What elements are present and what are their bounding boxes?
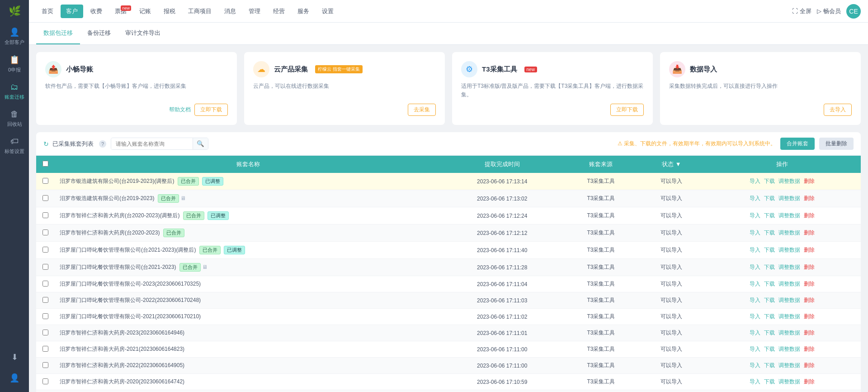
xiaochang-download-btn[interactable]: 立即下载 <box>194 104 228 116</box>
row-checkbox[interactable] <box>42 297 48 303</box>
fullscreen-button[interactable]: ⛶ 全屏 <box>792 7 811 15</box>
cloud-collect-btn[interactable]: 去采集 <box>408 104 436 116</box>
action-调整数据[interactable]: 调整数据 <box>778 346 800 352</box>
row-checkbox[interactable] <box>42 264 48 270</box>
action-调整数据[interactable]: 调整数据 <box>778 378 800 385</box>
action-下载[interactable]: 下载 <box>764 378 775 385</box>
action-下载[interactable]: 下载 <box>764 195 775 201</box>
action-调整数据[interactable]: 调整数据 <box>778 297 800 303</box>
action-下载[interactable]: 下载 <box>764 297 775 303</box>
action-导入[interactable]: 导入 <box>750 346 760 352</box>
action-下载[interactable]: 下载 <box>764 212 775 219</box>
row-checkbox[interactable] <box>42 378 48 384</box>
action-导入[interactable]: 导入 <box>750 281 760 287</box>
action-删除[interactable]: 删除 <box>804 229 815 236</box>
action-调整数据[interactable]: 调整数据 <box>778 178 800 184</box>
t3-download-btn[interactable]: 立即下载 <box>610 104 644 116</box>
action-导入[interactable]: 导入 <box>750 212 760 219</box>
row-checkbox[interactable] <box>42 313 48 319</box>
action-导入[interactable]: 导入 <box>750 362 760 368</box>
search-input[interactable] <box>111 139 193 149</box>
action-删除[interactable]: 删除 <box>804 330 815 336</box>
row-checkbox[interactable] <box>42 229 48 235</box>
sidebar-item-account-migration[interactable]: 🗂 账套迁移 <box>0 78 29 105</box>
action-删除[interactable]: 删除 <box>804 247 815 253</box>
nav-clients[interactable]: 客户 <box>61 5 83 18</box>
row-checkbox[interactable] <box>42 330 48 335</box>
action-导入[interactable]: 导入 <box>750 264 760 270</box>
select-all-checkbox[interactable] <box>42 161 48 167</box>
search-button[interactable]: 🔍 <box>193 138 208 149</box>
action-下载[interactable]: 下载 <box>764 313 775 320</box>
nav-home[interactable]: 首页 <box>36 5 59 18</box>
batch-delete-btn[interactable]: 批量删除 <box>819 138 854 150</box>
user-avatar[interactable]: CE <box>846 4 861 19</box>
action-删除[interactable]: 删除 <box>804 195 815 201</box>
action-调整数据[interactable]: 调整数据 <box>778 281 800 287</box>
action-下载[interactable]: 下载 <box>764 264 775 270</box>
action-下载[interactable]: 下载 <box>764 229 775 236</box>
row-checkbox[interactable] <box>42 212 48 218</box>
action-导入[interactable]: 导入 <box>750 229 760 236</box>
row-checkbox[interactable] <box>42 281 48 287</box>
nav-manage[interactable]: 管理 <box>243 5 266 18</box>
action-导入[interactable]: 导入 <box>750 378 760 385</box>
sidebar-item-all-clients[interactable]: 👤 全部客户 <box>0 23 29 50</box>
sidebar-item-user-profile[interactable]: 👤 <box>0 368 29 387</box>
row-checkbox[interactable] <box>42 178 48 184</box>
action-调整数据[interactable]: 调整数据 <box>778 247 800 253</box>
row-checkbox[interactable] <box>42 195 48 201</box>
action-删除[interactable]: 删除 <box>804 297 815 303</box>
action-下载[interactable]: 下载 <box>764 362 775 368</box>
action-导入[interactable]: 导入 <box>750 313 760 320</box>
action-删除[interactable]: 删除 <box>804 212 815 219</box>
sidebar-item-declaration[interactable]: 📋 0申报 <box>0 50 29 78</box>
action-下载[interactable]: 下载 <box>764 346 775 352</box>
nav-operation[interactable]: 经营 <box>268 5 290 18</box>
action-删除[interactable]: 删除 <box>804 346 815 352</box>
row-checkbox[interactable] <box>42 346 48 352</box>
action-删除[interactable]: 删除 <box>804 378 815 385</box>
action-导入[interactable]: 导入 <box>750 330 760 336</box>
action-导入[interactable]: 导入 <box>750 297 760 303</box>
help-icon[interactable]: ? <box>99 140 106 148</box>
nav-business[interactable]: 工商项目 <box>183 5 217 18</box>
row-checkbox[interactable] <box>42 247 48 253</box>
action-调整数据[interactable]: 调整数据 <box>778 362 800 368</box>
action-删除[interactable]: 删除 <box>804 362 815 368</box>
nav-accounting[interactable]: 记账 <box>134 5 156 18</box>
tab-data-migration[interactable]: 数据包迁移 <box>36 23 80 44</box>
action-导入[interactable]: 导入 <box>750 195 760 201</box>
nav-messages[interactable]: 消息 <box>219 5 241 18</box>
action-下载[interactable]: 下载 <box>764 330 775 336</box>
sidebar-item-download[interactable]: ⬇ <box>0 348 29 367</box>
action-调整数据[interactable]: 调整数据 <box>778 330 800 336</box>
action-导入[interactable]: 导入 <box>750 178 760 184</box>
action-调整数据[interactable]: 调整数据 <box>778 313 800 320</box>
action-删除[interactable]: 删除 <box>804 264 815 270</box>
action-调整数据[interactable]: 调整数据 <box>778 212 800 219</box>
merge-account-btn[interactable]: 合并账套 <box>780 138 815 150</box>
action-调整数据[interactable]: 调整数据 <box>778 229 800 236</box>
tab-audit-export[interactable]: 审计文件导出 <box>118 23 168 44</box>
action-下载[interactable]: 下载 <box>764 247 775 253</box>
sidebar-item-tag-settings[interactable]: 🏷 标签设置 <box>0 132 29 159</box>
action-下载[interactable]: 下载 <box>764 178 775 184</box>
action-调整数据[interactable]: 调整数据 <box>778 195 800 201</box>
tab-backup-migration[interactable]: 备份迁移 <box>80 23 118 44</box>
row-checkbox[interactable] <box>42 362 48 368</box>
refresh-icon[interactable]: ↻ <box>43 140 49 148</box>
sidebar-item-recycle[interactable]: 🗑 回收站 <box>0 105 29 132</box>
action-删除[interactable]: 删除 <box>804 313 815 320</box>
action-删除[interactable]: 删除 <box>804 178 815 184</box>
nav-settings[interactable]: 设置 <box>316 5 339 18</box>
action-导入[interactable]: 导入 <box>750 247 760 253</box>
nav-service[interactable]: 服务 <box>292 5 315 18</box>
nav-invoices[interactable]: 票据 new <box>109 5 132 18</box>
action-删除[interactable]: 删除 <box>804 281 815 287</box>
vip-button[interactable]: ▷ 畅会员 <box>817 7 841 15</box>
action-下载[interactable]: 下载 <box>764 281 775 287</box>
import-go-btn[interactable]: 去导入 <box>824 104 852 116</box>
nav-tax[interactable]: 报税 <box>158 5 181 18</box>
nav-fees[interactable]: 收费 <box>85 5 108 18</box>
